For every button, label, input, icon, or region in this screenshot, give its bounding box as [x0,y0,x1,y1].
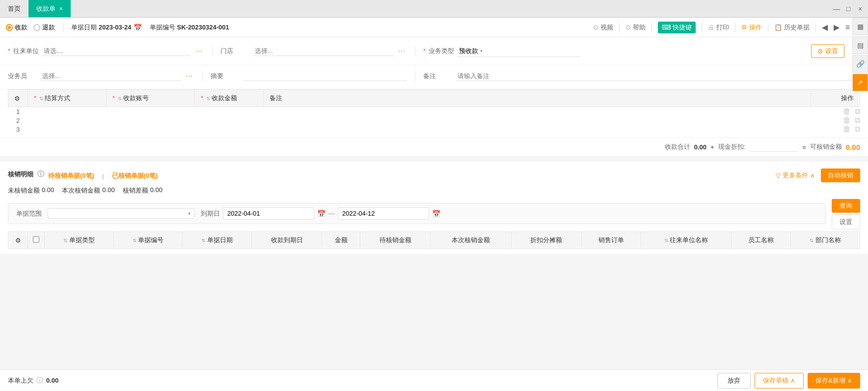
right-tool-table-icon[interactable]: ▦ [852,18,868,35]
store-more-btn[interactable]: ··· [397,47,407,56]
receipt-radio[interactable]: 收款 [6,23,27,32]
maximize-btn[interactable]: □ [844,5,852,13]
row-1-amount[interactable] [195,107,264,116]
right-tool-link-icon[interactable]: 🔗 [852,55,868,73]
minimize-btn[interactable]: — [833,5,841,13]
more-conditions-btn[interactable]: ▽ 更多条件 ∧ [776,171,815,180]
detail-col-staff: 员工名称 [731,232,790,249]
col-settings[interactable]: ⚙ [8,90,28,107]
nav-left-icon[interactable]: ◀ [822,23,828,32]
shortcut-btn[interactable]: ⌨ 快捷键 [658,22,696,33]
close-btn[interactable]: × [856,5,864,13]
row-2-delete-icon[interactable]: 🗑 [843,116,851,125]
row-3-settle[interactable] [28,125,107,134]
cal-to-icon[interactable]: 📅 [432,210,440,218]
save-new-btn[interactable]: 保存&新增 ∧ [808,373,860,389]
row-3-actions: 🗑 ⧉ [811,125,860,134]
row-3-remark[interactable] [264,125,811,134]
range-chevron-icon: ▾ [188,211,190,216]
verify-info-icon[interactable]: ⓘ [37,170,44,179]
current-verify-amount: 本次核销金额 0.00 [62,186,114,195]
filter-row: 单据范围 ▾ 到期日 📅 — 📅 [8,203,826,224]
from-unit-input[interactable] [42,46,191,56]
draft-btn[interactable]: 保存草稿 ∧ [755,373,804,389]
row-2-account[interactable] [107,116,195,125]
tab-current[interactable]: 收款单 × [28,0,71,17]
operation-icon: ⚙ [741,24,747,31]
row-1-settle[interactable] [28,107,107,116]
date-to-input[interactable] [338,207,429,220]
doc-number-label: 单据编号 [150,23,175,32]
list-view-icon[interactable]: ≡ [845,23,850,32]
detail-col-settings[interactable]: ⚙ [8,232,28,249]
row-2-amount[interactable] [195,116,264,125]
staff-more-btn[interactable]: ··· [184,72,194,81]
verify-title: 核销明细 ⓘ 待核销单据(0笔) | 已核销单据(0笔) [8,168,158,180]
receipt-label: 收款 [15,23,27,32]
print-btn[interactable]: 🖨 打印 [708,23,729,32]
memo-input[interactable] [243,71,407,81]
detail-col-due: 收款到期日 [252,232,322,249]
row-2-settle[interactable] [28,116,107,125]
tab-home[interactable]: 首页 [0,0,28,17]
row-1-account[interactable] [107,107,195,116]
calendar-icon[interactable]: 📅 [134,24,142,31]
tab-bar: 首页 收款单 × — □ × [0,0,868,18]
tab-close-icon[interactable]: × [59,5,63,12]
row-1-delete-icon[interactable]: 🗑 [843,107,851,116]
store-input[interactable] [253,46,394,56]
detail-col-checkbox[interactable] [28,232,45,249]
verify-tabs: 待核销单据(0笔) | 已核销单据(0笔) [48,171,158,180]
unchecked-label: 未核销金额 [8,186,40,195]
discount-input[interactable] [749,142,798,152]
right-tool-list-icon[interactable]: ▤ [852,36,868,54]
range-select[interactable]: ▾ [48,208,195,219]
net-value: 0.00 [846,143,860,151]
row-3-amount[interactable] [195,125,264,134]
discount-label: 现金折扣: [718,142,746,151]
row-1-copy-icon[interactable]: ⧉ [855,107,860,116]
pending-tab[interactable]: 待核销单据(0笔) [48,171,94,180]
filter-setting-btn[interactable]: 设置 [832,215,860,229]
divider-1 [63,23,63,32]
table-row: 1 🗑 ⧉ [8,107,860,116]
video-btn[interactable]: ⊙ 视频 [593,23,613,32]
col-settle-header: ⇅ 结算方式 [28,90,107,107]
row-3-copy-icon[interactable]: ⧉ [855,125,860,134]
refund-radio[interactable]: 退款 [33,23,55,32]
range-label: 单据范围 [16,209,42,218]
detail-col-current: 本次核销金额 [431,232,512,249]
row-3-delete-icon[interactable]: 🗑 [843,125,851,134]
staff-input[interactable] [40,71,181,81]
from-unit-more-btn[interactable]: ··· [194,47,204,56]
row-3-index: 3 [8,125,28,134]
right-tool-expand-icon[interactable]: ↗ [852,74,868,91]
row-2-remark[interactable] [264,116,811,125]
row-2-index: 2 [8,116,28,125]
query-btn[interactable]: 查询 [832,199,860,213]
row-1-remark[interactable] [264,107,811,116]
operation-btn[interactable]: ⚙ 操作 [741,23,762,32]
refund-label: 退款 [42,23,55,32]
row-3-account[interactable] [107,125,195,134]
doc-number-field: 单据编号 SK-20230324-001 [150,23,229,32]
row-2-copy-icon[interactable]: ⧉ [855,116,860,125]
done-tab[interactable]: 已核销单据(0笔) [112,171,158,180]
select-all-checkbox[interactable] [33,236,39,243]
divider-3 [651,23,652,32]
receipt-radio-icon [6,24,13,31]
form-divider-1 [212,46,213,56]
setting-btn[interactable]: ⚙ 设置 [811,44,844,58]
remark-input[interactable] [456,71,860,81]
business-type-select[interactable]: 预收款 ▾ [457,46,580,57]
memo-field: 摘要 [211,71,407,81]
help-btn[interactable]: ⊙ 帮助 [625,23,646,32]
history-btn[interactable]: 📋 历史单据 [774,23,810,32]
date-from-input[interactable] [223,207,314,220]
cal-from-icon[interactable]: 📅 [317,210,326,218]
chevron-icon: ∧ [810,172,815,179]
current-label: 本次核销金额 [62,186,100,195]
nav-right-icon[interactable]: ▶ [834,23,840,32]
discard-btn[interactable]: 放弃 [717,373,751,389]
auto-write-btn[interactable]: 自动核销 [821,168,860,182]
